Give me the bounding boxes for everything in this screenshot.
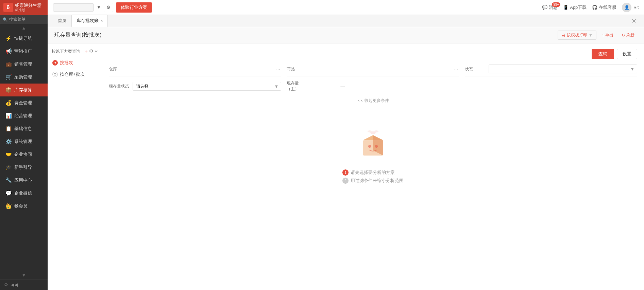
sidebar-item-inventory[interactable]: 📦 库存核算 (0, 84, 48, 96)
app-title: 畅康通好生意 标准版 (15, 3, 41, 12)
collapse-sidebar-icon[interactable]: ◀◀ (11, 282, 18, 287)
filter-row-2: 现存量状态 请选择 ▼ 现存量（主） — (109, 78, 637, 95)
app-center-icon: 🔧 (5, 177, 12, 183)
sidebar-item-purchase[interactable]: 🛒 采购管理 (0, 71, 48, 84)
empty-steps: 1 请先选择要分析的方案 2 用过滤条件来缩小分析范围 (342, 167, 404, 186)
status-select[interactable] (489, 65, 637, 73)
svg-point-6 (368, 130, 372, 132)
user-menu-button[interactable]: 👤 Rit (622, 3, 639, 12)
stock-amount-from-input[interactable] (310, 83, 338, 90)
sidebar-item-marketing[interactable]: 📢 营销推广 (0, 45, 48, 58)
page-header-actions: 🖨 按模板打印 ▼ ↑ 导出 ↻ 刷新 (558, 31, 637, 40)
goods-more-button[interactable]: ··· (453, 66, 459, 72)
basic-icon: 📋 (5, 126, 12, 132)
topbar-gear-button[interactable]: ⚙ (104, 3, 113, 12)
stock-status-select[interactable]: 请选择 (133, 82, 281, 91)
filter-option-by-batch[interactable]: ✦ 按批次 (48, 57, 102, 69)
finance-icon: 💰 (5, 100, 12, 106)
headset-icon: 🎧 (592, 5, 597, 10)
sidebar-item-basic[interactable]: 📋 基础信息 (0, 122, 48, 135)
filter-panel: 按以下方案查询 + ⚙ « ✦ 按批次 ⚙ 按仓库+批次 (48, 43, 102, 212)
batch-icon: ✦ (52, 60, 58, 66)
export-button[interactable]: ↑ 导出 (599, 31, 616, 39)
main-area: ▼ ⚙ 体验行业方案 💬 消息 99+ 📱 App下载 🎧 在线客服 👤 (48, 0, 644, 290)
collapse-panel-button[interactable]: « (95, 48, 98, 54)
template-print-button[interactable]: 🖨 按模板打印 ▼ (558, 31, 596, 40)
svg-point-3 (368, 145, 371, 148)
stock-amount-to-input[interactable] (348, 83, 375, 90)
refresh-button[interactable]: ↻ 刷新 (619, 31, 637, 39)
topbar-dropdown-button[interactable]: ▼ (97, 5, 101, 10)
filter-row-1: 仓库 ··· 商品 ··· 状态 (109, 62, 637, 76)
sidebar-item-system[interactable]: ⚙️ 系统管理 (0, 135, 48, 148)
empty-state: 1 请先选择要分析的方案 2 用过滤条件来缩小分析范围 (109, 106, 637, 206)
empty-illustration (356, 127, 390, 161)
refresh-icon: ↻ (622, 33, 625, 38)
sidebar-item-quick-nav[interactable]: ⚡ 快捷导航 (0, 32, 48, 45)
goods-filter: 商品 ··· (287, 62, 459, 76)
settings-button[interactable]: 设置 (617, 49, 637, 59)
marketing-icon: 📢 (5, 48, 12, 54)
messages-button[interactable]: 💬 消息 99+ (542, 4, 558, 11)
stock-amount-range: — (310, 83, 375, 90)
scheme-settings-icon[interactable]: ⚙ (89, 48, 94, 54)
goods-input[interactable] (310, 66, 453, 72)
app-download-button[interactable]: 📱 App下载 (563, 4, 587, 11)
stock-status-filter: 现存量状态 请选择 ▼ (109, 78, 281, 95)
query-button[interactable]: 查询 (592, 49, 614, 59)
sidebar-item-operation[interactable]: 📊 经营管理 (0, 109, 48, 122)
message-icon: 💬 (542, 5, 547, 10)
filter-option-by-warehouse-batch[interactable]: ⚙ 按仓库+批次 (48, 69, 102, 80)
sidebar-item-sales[interactable]: 💼 销售管理 (0, 58, 48, 71)
online-service-button[interactable]: 🎧 在线客服 (592, 4, 616, 11)
search-menu-button[interactable]: 🔍 搜索菜单 (0, 15, 48, 24)
sidebar-header: 6 畅康通好生意 标准版 (0, 0, 48, 15)
sidebar-item-member[interactable]: 👑 畅会员 (0, 200, 48, 213)
sidebar-item-newbie[interactable]: 🎓 新手引导 (0, 161, 48, 174)
warehouse-input[interactable] (133, 66, 275, 72)
empty-filter-col (465, 78, 637, 95)
export-icon: ↑ (602, 33, 604, 38)
svg-point-7 (374, 130, 378, 132)
sidebar-item-enterprise[interactable]: 🤝 企业协同 (0, 148, 48, 161)
filter-panel-actions: + ⚙ « (85, 48, 98, 54)
newbie-icon: 🎓 (5, 164, 12, 170)
page-close-button[interactable]: ✕ (629, 16, 639, 26)
empty-step-1: 1 请先选择要分析的方案 (342, 169, 404, 176)
search-icon: 🔍 (3, 17, 8, 22)
avatar-icon: 👤 (624, 5, 629, 10)
query-area: 查询 设置 仓库 ··· 商品 ··· 状 (102, 43, 644, 212)
warehouse-filter: 仓库 ··· (109, 62, 281, 76)
tab-inventory-batch[interactable]: 库存批次账 × (71, 15, 108, 27)
status-filter: 状态 ▼ (465, 62, 637, 76)
operation-icon: 📊 (5, 113, 12, 119)
tab-close-button[interactable]: × (101, 19, 103, 23)
sidebar-footer: ⚙ ◀◀ (0, 279, 48, 290)
add-scheme-button[interactable]: + (85, 48, 88, 54)
scroll-down-button[interactable]: ▼ (0, 271, 48, 279)
purchase-icon: 🛒 (5, 74, 12, 80)
sidebar-item-wechat[interactable]: 💬 企业微信 (0, 187, 48, 200)
sidebar-item-app-center[interactable]: 🔧 应用中心 (0, 174, 48, 187)
settings-icon[interactable]: ⚙ (4, 282, 8, 287)
topbar-search-input[interactable] (53, 3, 94, 12)
sidebar-item-finance[interactable]: 💰 资金管理 (0, 96, 48, 109)
page-content: 现存量查询(按批次) 🖨 按模板打印 ▼ ↑ 导出 ↻ 刷新 (48, 27, 644, 290)
inventory-batch-tab-label: 库存批次账 (77, 18, 99, 24)
warehouse-batch-icon: ⚙ (52, 72, 58, 77)
system-icon: ⚙️ (5, 139, 12, 145)
warehouse-more-button[interactable]: ··· (275, 66, 281, 72)
scroll-up-button[interactable]: ▲ (0, 24, 48, 32)
collapse-more-button[interactable]: ∧∧ 收起更多条件 (109, 95, 637, 106)
sidebar-nav: ⚡ 快捷导航 📢 营销推广 💼 销售管理 🛒 采购管理 📦 库存核算 💰 资金管… (0, 32, 48, 271)
trial-button[interactable]: 体验行业方案 (116, 2, 152, 13)
print-dropdown-icon: ▼ (589, 33, 593, 38)
stock-amount-filter: 现存量（主） — (287, 78, 459, 95)
inventory-icon: 📦 (5, 87, 12, 93)
sidebar: 6 畅康通好生意 标准版 🔍 搜索菜单 ▲ ⚡ 快捷导航 📢 营销推广 💼 销售… (0, 0, 48, 290)
tab-home[interactable]: 首页 (53, 15, 71, 27)
topbar-right: 💬 消息 99+ 📱 App下载 🎧 在线客服 👤 Rit (542, 3, 639, 12)
print-icon: 🖨 (561, 33, 565, 38)
collapse-icon: ∧∧ (357, 98, 363, 103)
page-header: 现存量查询(按批次) 🖨 按模板打印 ▼ ↑ 导出 ↻ 刷新 (48, 27, 644, 43)
